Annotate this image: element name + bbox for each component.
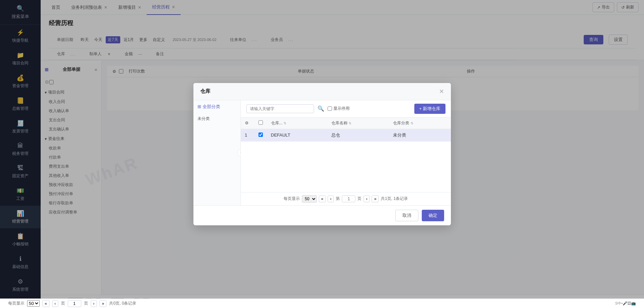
modal-search-input[interactable] (246, 104, 314, 113)
warehouse-modal: 仓库 ✕ ⊞ 全部分类 未分类 ‹ 🔍 (193, 83, 451, 225)
modal-left-header: ⊞ 全部分类 (193, 100, 241, 113)
modal-footer: 取消 确定 (193, 205, 451, 225)
cancel-button[interactable]: 取消 (395, 210, 418, 221)
row-checkbox (254, 129, 267, 141)
status-total-label: 共0页, 0条记录 (109, 301, 136, 306)
modal-page-input[interactable] (342, 196, 355, 202)
modal-prev-page-btn[interactable]: ‹ (328, 196, 334, 202)
col-name: 仓库名称 ⇅ (327, 118, 389, 129)
modal-left-nav: ⊞ 全部分类 未分类 ‹ (193, 100, 241, 205)
row-name: 总仓 (327, 129, 389, 141)
status-per-page-label: 每页显示 (8, 301, 24, 306)
modal-left-item-unclassified[interactable]: 未分类 (193, 113, 241, 124)
confirm-button[interactable]: 确定 (422, 210, 444, 221)
modal-right: 🔍 显示停用 + 新增仓库 ⚙ (241, 100, 451, 205)
table-header-checkbox[interactable] (258, 120, 263, 125)
modal-page-label2: 页 (357, 196, 361, 202)
status-page-label: 页 (61, 301, 65, 306)
show-disabled-label: 显示停用 (328, 106, 350, 111)
modal-last-page-btn[interactable]: » (372, 196, 379, 202)
add-warehouse-label: + 新增仓库 (419, 106, 440, 112)
grid-icon-modal: ⊞ (198, 104, 201, 109)
add-warehouse-button[interactable]: + 新增仓库 (414, 104, 445, 114)
modal-table: ⚙ 仓库... ⇅ 仓库名称 (241, 118, 451, 192)
sort-cat-icon[interactable]: ⇅ (411, 121, 413, 125)
modal-close-button[interactable]: ✕ (439, 88, 444, 95)
warehouse-table: ⚙ 仓库... ⇅ 仓库名称 (241, 118, 451, 142)
modal-search-button[interactable]: 🔍 (317, 105, 324, 112)
sort-code-icon[interactable]: ⇅ (284, 121, 286, 125)
status-first-page-btn[interactable]: « (42, 300, 49, 307)
table-header: ⚙ 仓库... ⇅ 仓库名称 (241, 118, 451, 129)
status-bar: 每页显示 50 « ‹ 页 页 › » 共0页, 0条记录 S中•🎤🖼📺 (0, 299, 644, 308)
modal-header: 仓库 ✕ (193, 83, 451, 100)
show-disabled-text: 显示停用 (333, 106, 350, 111)
bottom-right-logo: S中•🎤🖼📺 (615, 301, 636, 306)
status-prev-page-btn[interactable]: ‹ (52, 300, 58, 307)
col-settings: ⚙ (241, 118, 254, 129)
col-code: 仓库... ⇅ (267, 118, 327, 129)
col-category: 仓库分类 ⇅ (389, 118, 451, 129)
table-gear-icon[interactable]: ⚙ (245, 121, 249, 125)
row-select-checkbox[interactable] (258, 132, 263, 137)
row-category: 未分类 (389, 129, 451, 141)
row-index: 1 (241, 129, 254, 141)
modal-body: ⊞ 全部分类 未分类 ‹ 🔍 显示停用 + 新增仓库 (193, 100, 451, 205)
modal-title: 仓库 (200, 88, 210, 95)
modal-left-collapse-btn[interactable]: ‹ (237, 149, 241, 157)
status-page-label2: 页 (84, 301, 88, 306)
status-per-page-select[interactable]: 50 (27, 300, 40, 307)
modal-left-title: 全部分类 (203, 104, 220, 110)
row-code: DEFAULT (267, 129, 327, 141)
modal-first-page-btn[interactable]: « (319, 196, 326, 202)
col-checkbox (254, 118, 267, 129)
show-disabled-checkbox[interactable] (328, 106, 332, 111)
modal-next-page-btn[interactable]: › (363, 196, 370, 202)
status-page-input[interactable] (68, 300, 81, 307)
modal-page-label: 第 (336, 196, 340, 202)
status-next-page-btn[interactable]: › (91, 300, 97, 307)
modal-toolbar: 🔍 显示停用 + 新增仓库 (241, 100, 451, 118)
modal-overlay: 仓库 ✕ ⊞ 全部分类 未分类 ‹ 🔍 (0, 0, 644, 308)
modal-total-label: 共1页, 1条记录 (381, 196, 408, 202)
status-last-page-btn[interactable]: » (100, 300, 107, 307)
modal-per-page-label: 每页显示 (284, 196, 300, 202)
sort-name-icon[interactable]: ⇅ (349, 121, 351, 125)
modal-per-page-select[interactable]: 50 (302, 195, 317, 203)
table-row[interactable]: 1 DEFAULT 总仓 未分类 (241, 129, 451, 141)
modal-pagination: 每页显示 50 « ‹ 第 页 › » 共1页, 1条记录 (241, 192, 451, 205)
